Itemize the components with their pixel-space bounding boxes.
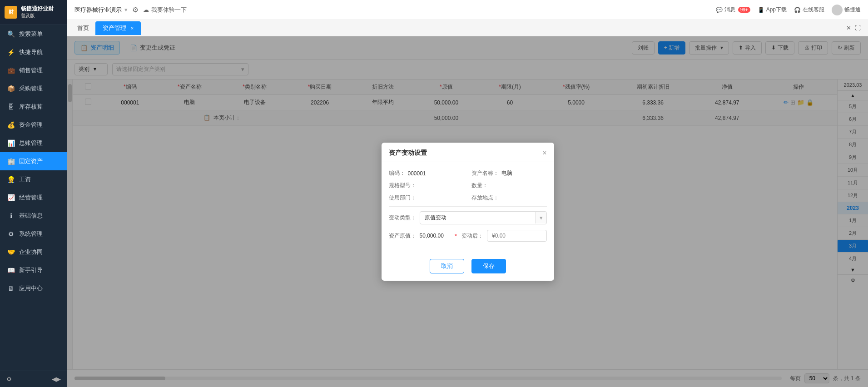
sidebar-item-label: 库存核算 (19, 103, 43, 111)
dialog-change-type-row: 变动类型： 原值变动 ▾ (389, 211, 547, 224)
dialog-divider (389, 206, 547, 207)
collab-icon: 🤝 (6, 248, 15, 257)
dialog-row-3: 使用部门： 存放地点： (389, 194, 547, 202)
inventory-icon: 🗄 (6, 102, 15, 111)
company-selector[interactable]: 医疗器械行业演示 ▾ (74, 6, 128, 14)
main-container: 医疗器械行业演示 ▾ ⚙ ☁ 我要体验一下 💬 消息 99+ 📱 App下载 🎧… (67, 0, 868, 387)
purchase-icon: 📦 (6, 84, 15, 93)
window-close-icon[interactable]: ✕ (846, 25, 851, 31)
company-dropdown-icon: ▾ (124, 6, 128, 13)
dialog-body: 编码： 000001 资产名称： 电脑 规格型号： (382, 162, 554, 254)
save-button[interactable]: 保存 (471, 259, 506, 273)
collapse-icon[interactable]: ◀▶ (52, 376, 61, 382)
dialog-title: 资产变动设置 (389, 149, 427, 157)
sidebar-footer: ⚙ ◀▶ (0, 371, 67, 387)
sidebar-item-business[interactable]: 📈 经营管理 (0, 189, 67, 207)
app-name: 畅捷通好业财 (21, 5, 54, 13)
sidebar-nav: 🔍 搜索菜单 ⚡ 快捷导航 💼 销售管理 📦 采购管理 🗄 库存核算 💰 资金管… (0, 25, 67, 371)
dialog-footer: 取消 保存 (382, 254, 554, 281)
sidebar-item-finance[interactable]: 💰 资金管理 (0, 116, 67, 134)
sidebar-item-inventory[interactable]: 🗄 库存核算 (0, 98, 67, 116)
sidebar-item-fixed-assets[interactable]: 🏢 固定资产 (0, 152, 67, 170)
company-name: 医疗器械行业演示 (74, 6, 122, 14)
business-icon: 📈 (6, 193, 15, 202)
field-location: 存放地点： (471, 194, 547, 202)
logo-icon: 财 (5, 6, 17, 19)
sidebar-item-basics[interactable]: ℹ 基础信息 (0, 207, 67, 225)
sidebar-item-label: 采购管理 (19, 84, 43, 93)
sidebar-item-guide[interactable]: 📖 新手引导 (0, 261, 67, 279)
change-type-arrow: ▾ (536, 212, 546, 223)
sidebar-item-label: 快捷导航 (19, 48, 43, 56)
sidebar-item-system[interactable]: ⚙ 系统管理 (0, 225, 67, 243)
sidebar-item-collab[interactable]: 🤝 企业协同 (0, 243, 67, 261)
sidebar-item-label: 搜索菜单 (19, 30, 43, 38)
feedback-label: 我要体验一下 (151, 6, 187, 14)
field-code: 编码： 000001 (389, 169, 464, 177)
app-center-icon: 🖥 (6, 284, 15, 293)
ledger-icon: 📊 (6, 139, 15, 148)
tab-home[interactable]: 首页 (71, 21, 95, 35)
sidebar-item-label: 应用中心 (19, 284, 43, 293)
messages-btn[interactable]: 💬 消息 99+ (716, 6, 750, 14)
sidebar-item-ledger[interactable]: 📊 总账管理 (0, 134, 67, 152)
sidebar-item-label: 经营管理 (19, 194, 43, 202)
user-avatar[interactable]: 畅捷通 (832, 5, 861, 15)
sidebar-item-label: 总账管理 (19, 139, 43, 147)
tabs-bar: 首页 资产管理 × ✕ ⛶ (67, 20, 868, 36)
sales-icon: 💼 (6, 66, 15, 75)
salary-icon: 👷 (6, 175, 15, 184)
cancel-button[interactable]: 取消 (430, 259, 464, 273)
guide-icon: 📖 (6, 266, 15, 275)
feedback-btn[interactable]: ☁ 我要体验一下 (143, 6, 187, 14)
sidebar-item-purchase[interactable]: 📦 采购管理 (0, 79, 67, 98)
sidebar-item-app-center[interactable]: 🖥 应用中心 (0, 279, 67, 298)
sidebar-item-label: 资金管理 (19, 121, 43, 129)
app-logo: 财 畅捷通好业财 普及版 (0, 0, 67, 25)
field-dept: 使用部门： (389, 194, 464, 202)
sidebar-item-quicknav[interactable]: ⚡ 快捷导航 (0, 43, 67, 61)
settings-icon[interactable]: ⚙ (6, 376, 12, 382)
quicknav-icon: ⚡ (6, 48, 15, 57)
customer-service-btn[interactable]: 🎧 在线客服 (794, 6, 824, 14)
change-type-select[interactable]: 原值变动 ▾ (420, 211, 547, 224)
tab-asset-management[interactable]: 资产管理 × (95, 21, 141, 35)
field-quantity: 数量： (471, 182, 547, 189)
sidebar-item-label: 系统管理 (19, 230, 43, 238)
message-icon: 💬 (716, 7, 723, 13)
settings-gear-icon[interactable]: ⚙ (132, 5, 139, 14)
dialog-row-1: 编码： 000001 资产名称： 电脑 (389, 169, 547, 177)
modal-overlay: 资产变动设置 × 编码： 000001 资产名称： 电脑 (67, 36, 868, 387)
avatar-icon (832, 5, 843, 15)
original-value-display: 50,000.00 (420, 233, 444, 239)
dialog-close-btn[interactable]: × (542, 149, 546, 157)
field-spec: 规格型号： (389, 182, 464, 189)
dialog-header: 资产变动设置 × (382, 143, 554, 162)
sidebar-item-sales[interactable]: 💼 销售管理 (0, 61, 67, 79)
sidebar: 财 畅捷通好业财 普及版 🔍 搜索菜单 ⚡ 快捷导航 💼 销售管理 📦 采购管理… (0, 0, 67, 387)
sidebar-item-label: 基础信息 (19, 212, 43, 220)
app-edition: 普及版 (21, 13, 54, 19)
dialog-value-row: 资产原值： 50,000.00 * 变动后： (389, 230, 547, 242)
asset-change-dialog: 资产变动设置 × 编码： 000001 资产名称： 电脑 (382, 143, 554, 281)
sidebar-item-label: 工资 (19, 175, 31, 184)
messages-badge: 99+ (738, 7, 750, 13)
service-icon: 🎧 (794, 7, 801, 13)
field-asset-name: 资产名称： 电脑 (471, 169, 547, 177)
feedback-icon: ☁ (143, 6, 149, 13)
sidebar-item-search[interactable]: 🔍 搜索菜单 (0, 25, 67, 43)
basics-icon: ℹ (6, 211, 15, 220)
sidebar-item-label: 企业协同 (19, 248, 43, 256)
page-content: 📋 资产明细 📄 变更生成凭证 刘账 + 新增 (67, 36, 868, 387)
sidebar-item-label: 固定资产 (19, 157, 43, 165)
search-icon: 🔍 (6, 30, 15, 39)
window-maximize-icon[interactable]: ⛶ (855, 25, 861, 31)
app-download-btn[interactable]: 📱 App下载 (758, 6, 787, 14)
fixed-assets-icon: 🏢 (6, 157, 15, 166)
sidebar-item-salary[interactable]: 👷 工资 (0, 170, 67, 189)
after-value-input[interactable] (487, 230, 547, 242)
system-icon: ⚙ (6, 229, 15, 238)
asset-name-value: 电脑 (501, 169, 512, 177)
tab-close-icon[interactable]: × (131, 25, 134, 31)
code-value: 000001 (408, 170, 426, 177)
